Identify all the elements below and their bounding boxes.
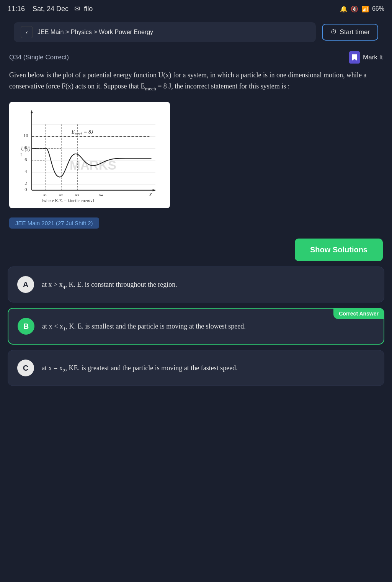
question-text-part2: = 8 J, the incorrect statement for this … <box>156 82 290 90</box>
tag-container: JEE Main 2021 (27 Jul Shift 2) <box>0 213 392 233</box>
show-solutions-button[interactable]: Show Solutions <box>295 239 383 261</box>
battery-level: 66% <box>372 5 384 12</box>
correct-answer-badge: Correct Answer <box>333 308 384 319</box>
mute-icon: 🔇 <box>351 5 358 13</box>
option-a-text: at x > x4, K. E. is constant throughout … <box>42 276 177 291</box>
svg-text:↑: ↑ <box>20 152 23 157</box>
svg-text:0: 0 <box>24 187 27 192</box>
wifi-icon: 📶 <box>361 5 369 13</box>
option-b-card[interactable]: Correct Answer B at x < x1, K. E. is sma… <box>8 308 384 345</box>
show-solutions-container: Show Solutions <box>0 233 392 266</box>
question-header: Q34 (Single Correct) Mark It <box>0 48 392 65</box>
question-label: Q34 (Single Correct) <box>9 54 69 61</box>
mark-it-label: Mark It <box>363 54 383 61</box>
nav-left-section: ‹ JEE Main > Physics > Work Power Energy <box>14 22 316 42</box>
option-b-text: at x < x1, K. E. is smallest and the par… <box>42 318 246 333</box>
status-bar: 11:16 Sat, 24 Dec ✉ filo 🔔 🔇 📶 66% <box>0 0 392 16</box>
option-b-badge: B <box>18 318 34 335</box>
graph-container: Emech = 8J 0 2 4 6 8 10 U(J) ↑ x₁ x₂ x₃ … <box>9 102 170 208</box>
svg-text:U(J): U(J) <box>21 146 31 152</box>
option-c-badge: C <box>17 360 34 376</box>
options-container: A at x > x4, K. E. is constant throughou… <box>0 266 392 386</box>
nav-bar: ‹ JEE Main > Physics > Work Power Energy… <box>6 18 386 46</box>
svg-text:x: x <box>149 191 152 197</box>
svg-text:10: 10 <box>23 133 28 138</box>
timer-icon: ⏱ <box>330 28 337 36</box>
back-button[interactable]: ‹ <box>21 26 33 38</box>
option-a-card[interactable]: A at x > x4, K. E. is constant throughou… <box>8 266 384 302</box>
bookmark-icon <box>349 51 360 64</box>
svg-text:MARKS: MARKS <box>70 158 116 172</box>
svg-text:6: 6 <box>24 157 27 162</box>
question-subscript: mech <box>145 85 156 91</box>
alarm-icon: 🔔 <box>340 5 348 13</box>
time: 11:16 <box>8 5 25 13</box>
date: Sat, 24 Dec <box>33 5 69 13</box>
svg-text:x₂: x₂ <box>59 192 63 197</box>
option-c-card[interactable]: C at x = x2, KE. is greatest and the par… <box>8 350 384 386</box>
svg-rect-0 <box>14 106 165 202</box>
status-time-date: 11:16 Sat, 24 Dec ✉ filo <box>8 5 93 13</box>
svg-text:[where K.E. = kinetic energy]: [where K.E. = kinetic energy] <box>42 198 94 202</box>
exam-tag: JEE Main 2021 (27 Jul Shift 2) <box>9 217 99 229</box>
mark-it-button[interactable]: Mark It <box>349 51 383 64</box>
potential-energy-graph: Emech = 8J 0 2 4 6 8 10 U(J) ↑ x₁ x₂ x₃ … <box>14 106 165 202</box>
svg-text:x₁: x₁ <box>43 192 47 197</box>
start-timer-button[interactable]: ⏱ Start timer <box>322 24 378 41</box>
question-body: Given below is the plot of a potential e… <box>0 65 392 97</box>
option-c-text: at x = x2, KE. is greatest and the parti… <box>42 360 238 374</box>
svg-text:4: 4 <box>24 169 27 174</box>
option-a-badge: A <box>17 276 34 293</box>
svg-text:x₄: x₄ <box>99 192 103 197</box>
app-name: filo <box>84 5 93 13</box>
timer-label: Start timer <box>340 28 370 36</box>
svg-text:2: 2 <box>24 181 27 186</box>
status-icons: 🔔 🔇 📶 66% <box>340 5 384 13</box>
svg-text:x₃: x₃ <box>75 192 79 197</box>
breadcrumb: JEE Main > Physics > Work Power Energy <box>38 29 153 36</box>
